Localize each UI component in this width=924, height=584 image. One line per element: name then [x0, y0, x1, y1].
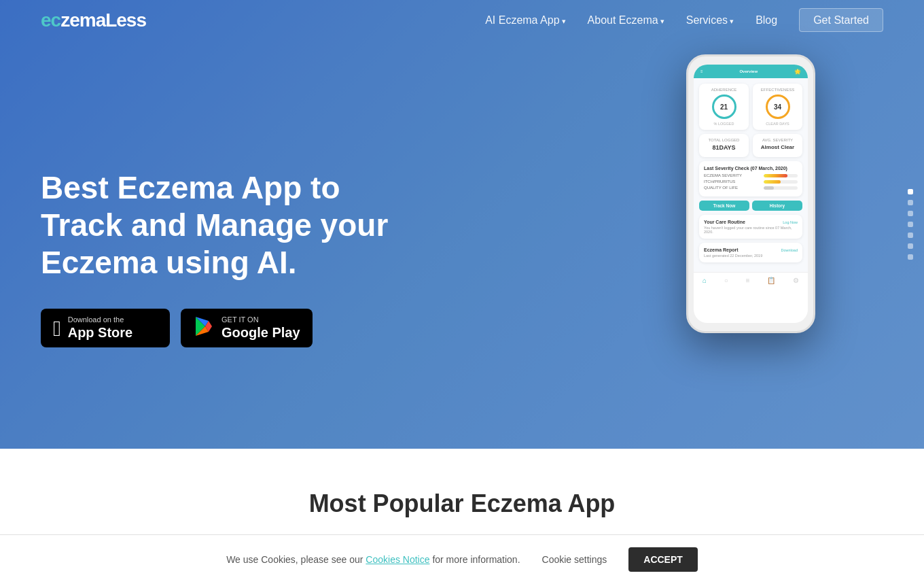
google-play-icon — [193, 315, 215, 341]
eczema-report-card: Eczema Report Download Last generated 22… — [699, 243, 802, 262]
phone-mockup: ≡ Overview 🌟 ADHERENCE 21 % LOGGED — [686, 54, 822, 333]
side-dot-7[interactable] — [908, 254, 913, 260]
google-play-text: GET IT ON Google Play — [221, 315, 300, 341]
adherence-card: ADHERENCE 21 % LOGGED — [699, 84, 749, 130]
side-dot-6[interactable] — [908, 243, 913, 249]
hero-section: Best Eczema App to Track and Manage your… — [0, 0, 924, 449]
app-store-label-small: Download on the — [68, 315, 133, 324]
logged-pct-circle: 21 — [712, 95, 736, 119]
logo[interactable]: eczemaLess — [41, 10, 146, 31]
track-now-button[interactable]: Track Now — [699, 201, 749, 211]
side-dot-5[interactable] — [908, 233, 913, 238]
google-play-label-small: GET IT ON — [221, 315, 300, 324]
log-now-link[interactable]: Log Now — [783, 220, 798, 224]
side-dot-4[interactable] — [908, 222, 913, 227]
nav-services[interactable]: Services — [686, 14, 734, 26]
phone-stats-row: ADHERENCE 21 % LOGGED EFFECTIVENESS 34 C — [699, 84, 802, 130]
hero-content: Best Eczema App to Track and Manage your… — [0, 101, 462, 348]
severity-card: Last Severity Check (07 March, 2020) ECZ… — [699, 161, 802, 196]
history-button[interactable]: History — [752, 201, 802, 211]
phone-nav-home[interactable]: ⌂ — [703, 277, 707, 284]
nav-blog[interactable]: Blog — [756, 14, 777, 26]
side-dot-2[interactable] — [908, 200, 913, 205]
app-store-label-large: App Store — [68, 324, 133, 341]
itch-severity-row: ITCH/PRURITUS — [704, 179, 798, 184]
hero-title: Best Eczema App to Track and Manage your… — [41, 169, 421, 282]
clear-days-circle: 34 — [766, 95, 790, 119]
phone-totals-row: TOTAL LOGGED 81DAYS AVG. SEVERITY Almost… — [699, 134, 802, 157]
google-play-label-large: Google Play — [221, 324, 300, 341]
care-routine-card: Your Care Routine Log Now You haven't lo… — [699, 215, 802, 239]
qol-severity-row: QUALITY OF LIFE — [704, 186, 798, 190]
cookie-settings-button[interactable]: Cookie settings — [531, 549, 618, 552]
side-dots — [908, 189, 913, 260]
nav-about-eczema[interactable]: About Eczema — [588, 14, 664, 26]
avg-severity-card: AVG. SEVERITY Almost Clear — [753, 134, 802, 157]
logo-rest: zemaLess — [60, 10, 146, 31]
eczema-severity-row: ECZEMA SEVERITY — [704, 173, 798, 177]
nav-ai-eczema-app[interactable]: AI Eczema App — [485, 14, 565, 26]
side-dot-1[interactable] — [908, 189, 913, 194]
cookie-bar: We use Cookies, please see our Cookies N… — [0, 534, 924, 552]
download-report-link[interactable]: Download — [781, 248, 798, 252]
app-store-button[interactable]:  Download on the App Store — [41, 309, 170, 347]
apple-icon:  — [53, 317, 61, 339]
logo-ec: ec — [41, 10, 60, 31]
phone-bottom-nav: ⌂ ○ ≡ 📋 ⚙ — [694, 272, 808, 288]
nav-get-started[interactable]: Get Started — [799, 8, 883, 32]
navbar: eczemaLess AI Eczema App About Eczema Se… — [0, 0, 924, 41]
section-title: Most Popular Eczema App — [41, 489, 883, 518]
app-store-text: Download on the App Store — [68, 315, 133, 341]
effectiveness-card: EFFECTIVENESS 34 CLEAR DAYS — [753, 84, 802, 130]
phone-nav-report[interactable]: 📋 — [767, 277, 775, 284]
phone-nav-routine[interactable]: ≡ — [746, 277, 750, 284]
phone-status-bar: ≡ Overview 🌟 — [694, 65, 808, 78]
phone-nav-search[interactable]: ○ — [724, 277, 728, 284]
total-logged-card: TOTAL LOGGED 81DAYS — [699, 134, 749, 157]
phone-header-text: Overview — [739, 69, 758, 73]
side-dot-3[interactable] — [908, 211, 913, 216]
cookie-accept-button[interactable]: ACCEPT — [628, 547, 698, 552]
nav-links: AI Eczema App About Eczema Services Blog… — [485, 14, 883, 27]
phone-nav-settings[interactable]: ⚙ — [793, 277, 799, 284]
hero-buttons:  Download on the App Store GE — [41, 309, 421, 347]
google-play-button[interactable]: GET IT ON Google Play — [181, 309, 313, 347]
phone-action-buttons: Track Now History — [699, 201, 802, 211]
